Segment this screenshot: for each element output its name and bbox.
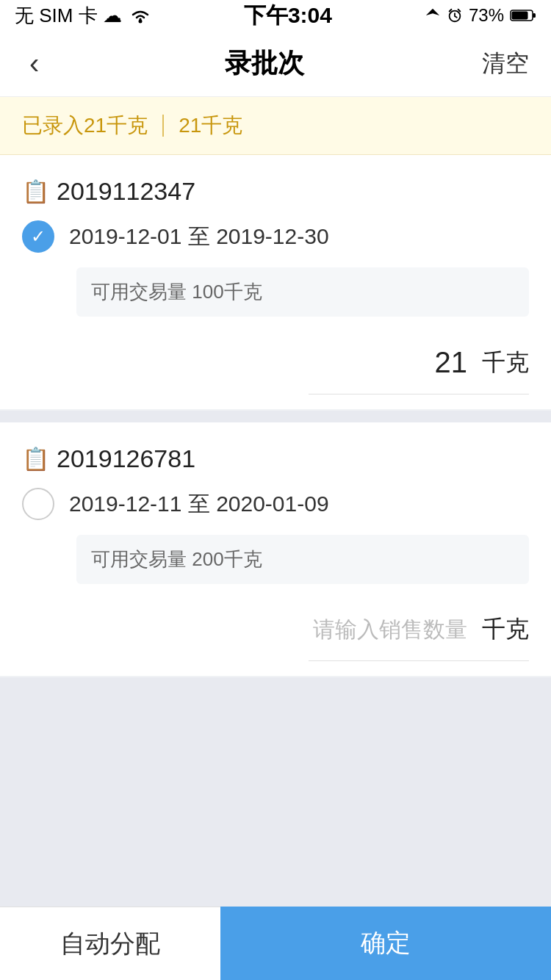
quantity-row-2[interactable]: 请输入销售数量 千克 xyxy=(0,599,551,660)
page-title: 录批次 xyxy=(225,46,304,82)
batch-card-1: 📋 2019112347 ✓ 2019-12-01 至 2019-12-30 可… xyxy=(0,155,551,409)
bottom-bar: 自动分配 确定 xyxy=(0,907,551,980)
section-gap-1 xyxy=(0,411,551,422)
batch-date-row-2[interactable]: 2019-12-11 至 2020-01-09 xyxy=(0,480,551,527)
status-bar: 无 SIM 卡 ☁ 下午3:04 73% xyxy=(0,0,551,31)
recorded-label: 已录入21千克 xyxy=(22,112,148,140)
quantity-value-1[interactable]: 21 xyxy=(435,346,468,379)
quantity-placeholder-2[interactable]: 请输入销售数量 xyxy=(22,615,467,645)
location-icon xyxy=(425,7,441,24)
batch-date-row-1[interactable]: ✓ 2019-12-01 至 2019-12-30 xyxy=(0,213,551,260)
radio-2[interactable] xyxy=(22,488,54,520)
batch-header-2: 📋 2019126781 xyxy=(0,422,551,480)
svg-rect-3 xyxy=(533,13,536,18)
quantity-unit-1: 千克 xyxy=(482,347,529,379)
summary-banner: 已录入21千克 21千克 xyxy=(0,97,551,155)
check-icon-1: ✓ xyxy=(31,228,46,245)
batch-date-1: 2019-12-01 至 2019-12-30 xyxy=(69,222,329,252)
svg-rect-4 xyxy=(512,12,528,20)
radio-1[interactable]: ✓ xyxy=(22,220,54,253)
batch-date-2: 2019-12-11 至 2020-01-09 xyxy=(69,489,329,519)
batch-header-1: 📋 2019112347 xyxy=(0,155,551,213)
clear-button[interactable]: 清空 xyxy=(482,48,529,80)
battery-icon xyxy=(510,9,536,22)
back-button[interactable]: ‹ xyxy=(22,40,46,87)
quantity-row-1: 21 千克 xyxy=(0,331,551,394)
alarm-icon xyxy=(447,7,463,24)
svg-point-0 xyxy=(138,20,142,24)
confirm-button[interactable]: 确定 xyxy=(220,907,551,980)
batch-id-1: 2019112347 xyxy=(57,177,195,206)
summary-divider xyxy=(162,115,164,137)
total-label: 21千克 xyxy=(179,112,242,140)
no-sim-label: 无 SIM 卡 ☁ xyxy=(15,3,122,29)
nav-bar: ‹ 录批次 清空 xyxy=(0,31,551,97)
batch-icon-1: 📋 xyxy=(22,179,49,204)
batch-availability-1: 可用交易量 100千克 xyxy=(76,267,529,317)
batch-icon-2: 📋 xyxy=(22,446,49,472)
batch-card-2: 📋 2019126781 2019-12-11 至 2020-01-09 可用交… xyxy=(0,422,551,676)
batch-id-2: 2019126781 xyxy=(57,444,195,473)
batch-availability-2: 可用交易量 200千克 xyxy=(76,535,529,584)
wifi-icon xyxy=(129,7,151,24)
battery-percent: 73% xyxy=(469,5,504,26)
auto-distribute-button[interactable]: 自动分配 xyxy=(0,907,220,980)
status-left: 无 SIM 卡 ☁ xyxy=(15,3,151,29)
quantity-unit-2: 千克 xyxy=(482,613,529,646)
status-time: 下午3:04 xyxy=(244,1,332,31)
status-right: 73% xyxy=(425,5,536,26)
